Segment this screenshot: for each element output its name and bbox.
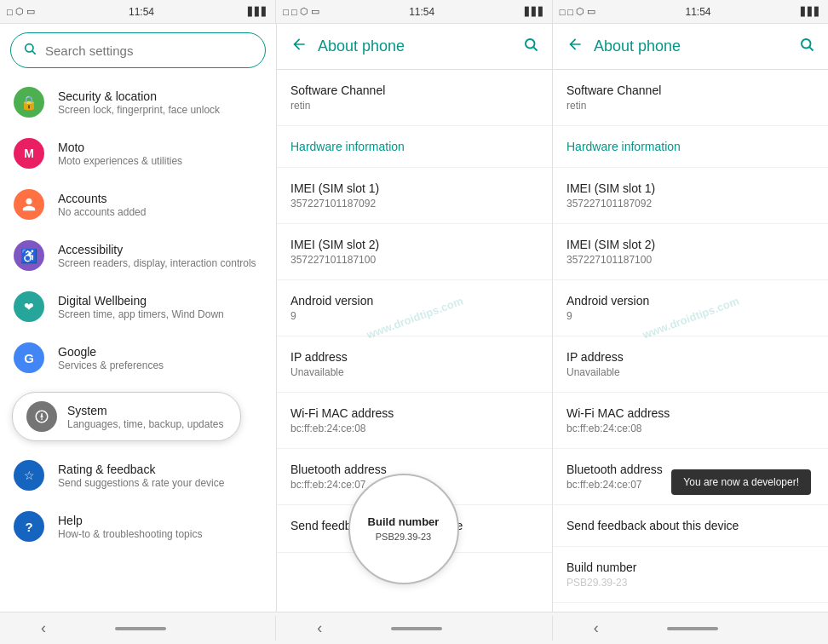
help-text: Help How-to & troubleshooting topics <box>58 514 202 540</box>
sidebar-item-digital-wellbeing[interactable]: ❤ Digital Wellbeing Screen time, app tim… <box>0 281 276 332</box>
about-item-imei2[interactable]: IMEI (SIM slot 2) 357227101187100 <box>277 224 552 280</box>
svg-point-0 <box>26 44 33 52</box>
help-title: Help <box>58 514 202 527</box>
about-item-send-feedback[interactable]: Send feedback about this device Build nu… <box>277 505 552 553</box>
about-panel-right: About phone Software Channel retin Hardw… <box>553 24 828 612</box>
home-indicator-middle <box>391 627 442 630</box>
accounts-subtitle: No accounts added <box>58 206 146 218</box>
moto-subtitle: Moto experiences & utilities <box>58 155 182 167</box>
about-title-middle: About phone <box>318 37 405 55</box>
about-item-imei1[interactable]: IMEI (SIM slot 1) 357227101187092 <box>277 168 552 224</box>
imei2-subtitle: 357227101187100 <box>290 254 538 266</box>
bottom-section-right: ‹ <box>553 616 828 641</box>
mid-status-icons: □□⬡▭ <box>283 6 319 17</box>
build-circle-value: PSB29.39-23 <box>376 532 431 542</box>
system-bubble: System Languages, time, backup, updates <box>12 392 241 441</box>
about-item-send-feedback-r[interactable]: Send feedback about this device You are … <box>553 505 828 547</box>
accessibility-icon: ♿ <box>14 240 44 271</box>
about-search-right[interactable] <box>799 37 814 56</box>
wifi-mac-title-r: Wi-Fi MAC address <box>566 406 814 420</box>
right-status-icons: □□⬡▭ <box>560 6 595 17</box>
accessibility-text: Accessibility Screen readers, display, i… <box>58 243 256 269</box>
wifi-mac-title: Wi-Fi MAC address <box>290 406 538 420</box>
accounts-text: Accounts No accounts added <box>58 192 146 218</box>
back-button-right[interactable] <box>566 36 584 57</box>
back-button-middle[interactable] <box>290 36 308 57</box>
svg-point-5 <box>802 39 811 49</box>
system-icon <box>26 401 57 432</box>
about-item-imei2-r[interactable]: IMEI (SIM slot 2) 357227101187100 <box>553 224 828 280</box>
about-item-imei1-r[interactable]: IMEI (SIM slot 1) 357227101187092 <box>553 168 828 224</box>
help-subtitle: How-to & troubleshooting topics <box>58 528 202 540</box>
wifi-mac-subtitle: bc:ff:eb:24:ce:08 <box>290 423 538 434</box>
software-channel-subtitle: retin <box>290 100 538 112</box>
imei2-title: IMEI (SIM slot 2) <box>290 238 538 251</box>
sidebar-item-help[interactable]: ? Help How-to & troubleshooting topics <box>0 501 276 552</box>
status-section-left: □⬡▭ 11:54 ▋▋▋ <box>0 0 276 23</box>
software-channel-title: Software Channel <box>290 83 538 97</box>
system-title: System <box>67 404 223 417</box>
right-signal-icons: ▋▋▋ <box>801 7 821 16</box>
digital-wellbeing-title: Digital Wellbeing <box>58 294 224 308</box>
main-content: 🔒 Security & location Screen lock, finge… <box>0 24 828 612</box>
about-item-ip-address[interactable]: IP address Unavailable <box>277 336 552 393</box>
about-title-right: About phone <box>594 37 681 55</box>
security-icon: 🔒 <box>14 87 44 118</box>
build-number-circle: Build number PSB29.39-23 <box>348 474 459 584</box>
svg-point-3 <box>526 39 535 49</box>
security-title: Security & location <box>58 89 220 103</box>
accounts-title: Accounts <box>58 192 146 205</box>
search-input[interactable] <box>45 43 253 58</box>
rating-subtitle: Send suggestions & rate your device <box>58 477 224 489</box>
hardware-info-title: Hardware information <box>290 140 538 153</box>
android-version-title: Android version <box>290 294 538 308</box>
about-item-ip-address-r[interactable]: IP address Unavailable <box>553 336 828 393</box>
about-item-hardware-info[interactable]: Hardware information <box>277 126 552 168</box>
help-icon: ? <box>14 511 44 542</box>
android-version-title-r: Android version <box>566 294 814 308</box>
left-clock: 11:54 <box>129 6 154 18</box>
bottom-section-left: ‹ <box>0 616 276 641</box>
digital-wellbeing-text: Digital Wellbeing Screen time, app timer… <box>58 294 224 320</box>
sidebar-item-moto[interactable]: M Moto Moto experiences & utilities <box>0 128 276 179</box>
about-item-build-number[interactable]: Build number PSB29.39-23 <box>277 604 552 612</box>
send-feedback-title-r: Send feedback about this device <box>566 519 814 532</box>
about-panel-middle: About phone Software Channel retin Hardw… <box>277 24 553 612</box>
about-header-middle: About phone <box>277 24 552 70</box>
about-item-build-number-r[interactable]: Build number PSB29.39-23 <box>553 547 828 603</box>
android-version-subtitle: 9 <box>290 310 538 322</box>
google-text: Google Services & preferences <box>58 345 164 371</box>
nav-back-middle[interactable]: ‹ <box>310 616 329 641</box>
sidebar-item-rating[interactable]: ☆ Rating & feedback Send suggestions & r… <box>0 450 276 501</box>
sidebar-item-accessibility[interactable]: ♿ Accessibility Screen readers, display,… <box>0 230 276 281</box>
about-header-left-middle: About phone <box>290 36 405 57</box>
about-item-hardware-info-r[interactable]: Hardware information <box>553 126 828 168</box>
search-bar[interactable] <box>10 32 266 68</box>
nav-back-left[interactable]: ‹ <box>34 616 53 641</box>
about-item-wifi-mac-r[interactable]: Wi-Fi MAC address bc:ff:eb:24:ce:08 <box>553 393 828 449</box>
sidebar-item-google[interactable]: G Google Services & preferences <box>0 332 276 383</box>
google-title: Google <box>58 345 164 359</box>
about-search-middle[interactable] <box>523 37 538 56</box>
developer-toast: You are now a developer! <box>671 469 811 495</box>
nav-back-right[interactable]: ‹ <box>587 616 606 641</box>
wifi-mac-subtitle-r: bc:ff:eb:24:ce:08 <box>566 423 814 434</box>
status-bar: □⬡▭ 11:54 ▋▋▋ □□⬡▭ 11:54 ▋▋▋ □□⬡▭ 11:54 … <box>0 0 828 24</box>
about-item-android-version[interactable]: Android version 9 <box>277 280 552 336</box>
hardware-info-title-r: Hardware information <box>566 140 814 153</box>
sidebar-item-system[interactable]: System Languages, time, backup, updates <box>0 383 276 450</box>
google-icon: G <box>14 342 44 373</box>
about-item-software-channel[interactable]: Software Channel retin <box>277 70 552 126</box>
build-number-subtitle-r: PSB29.39-23 <box>566 577 814 589</box>
sidebar-item-security[interactable]: 🔒 Security & location Screen lock, finge… <box>0 77 276 128</box>
about-item-android-version-r[interactable]: Android version 9 <box>553 280 828 336</box>
imei1-subtitle: 357227101187092 <box>290 198 538 210</box>
accounts-icon <box>14 189 44 220</box>
build-circle-title: Build number <box>368 515 440 528</box>
security-subtitle: Screen lock, fingerprint, face unlock <box>58 104 220 116</box>
digital-wellbeing-subtitle: Screen time, app timers, Wind Down <box>58 308 224 320</box>
about-item-software-channel-r[interactable]: Software Channel retin <box>553 70 828 126</box>
about-item-wifi-mac[interactable]: Wi-Fi MAC address bc:ff:eb:24:ce:08 <box>277 393 552 449</box>
accessibility-subtitle: Screen readers, display, interaction con… <box>58 257 256 269</box>
sidebar-item-accounts[interactable]: Accounts No accounts added <box>0 179 276 230</box>
